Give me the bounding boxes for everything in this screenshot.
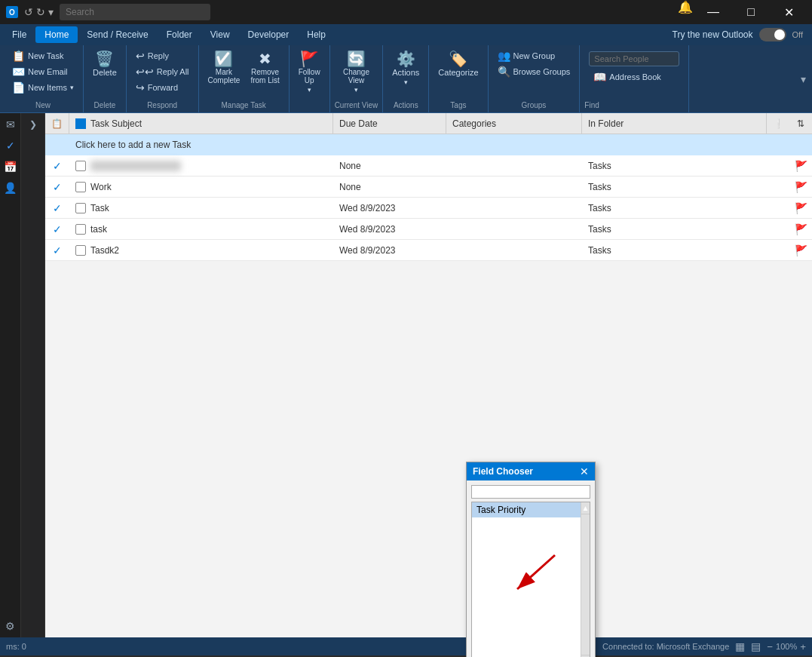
th-categories-label: Categories (452, 118, 496, 129)
task-infolder-5: Tasks (582, 240, 789, 260)
dropdown-arrow[interactable]: ▾ (48, 6, 54, 18)
address-book-button[interactable]: 📖 Address Book (589, 69, 679, 84)
th-duedate[interactable]: Due Date (333, 113, 446, 134)
task-checkbox-2[interactable] (75, 182, 86, 192)
menu-home[interactable]: Home (35, 26, 78, 43)
back-arrow[interactable]: ↺ (24, 6, 33, 18)
try-new-label: Try the new Outlook (673, 29, 753, 40)
nav-arrows: ↺ ↻ ▾ (24, 6, 54, 18)
actions-group-label: Actions (394, 100, 418, 109)
new-items-button[interactable]: 📄 New Items ▾ (8, 80, 78, 95)
maximize-button[interactable]: □ (734, 0, 768, 24)
task-row-icon-4: ✓ (53, 223, 62, 235)
new-group-button[interactable]: 👥 New Group (493, 48, 575, 63)
task-checkbox-1[interactable] (75, 161, 86, 171)
follow-up-icon: 🚩 (300, 51, 319, 66)
search-people-input[interactable] (589, 51, 679, 66)
reply-all-icon: ↩↩ (136, 66, 154, 78)
field-chooser-close-button[interactable]: ✕ (580, 465, 589, 477)
undo-arrow[interactable]: ↻ (36, 6, 45, 18)
follow-up-button[interactable]: 🚩 Follow Up ▾ (294, 48, 325, 97)
th-infolder[interactable]: In Folder (582, 113, 767, 134)
th-flag-col: ❕ (767, 113, 789, 134)
menu-view[interactable]: View (201, 26, 239, 43)
notification-icon[interactable]: 🔔 (678, 0, 693, 24)
ribbon-expand-button[interactable]: ▾ (798, 72, 809, 87)
list-item[interactable]: Task Priority (472, 502, 590, 517)
task-infolder-2: Tasks (582, 177, 789, 197)
close-button[interactable]: ✕ (771, 0, 806, 24)
menu-developer[interactable]: Developer (239, 26, 299, 43)
zoom-in-button[interactable]: + (800, 641, 806, 652)
title-search-input[interactable] (60, 4, 210, 20)
remove-from-list-button[interactable]: ✖ Remove from List (246, 48, 283, 87)
main-content: 📋 Task Subject Due Date Categories In Fo… (45, 113, 812, 637)
forward-button[interactable]: ↪ Forward (131, 80, 194, 95)
field-chooser-list[interactable]: Task Priority ▲ ▼ (471, 502, 590, 657)
task-subject-5: Tasdk2 (90, 245, 119, 256)
nav-tasks-icon[interactable]: ✓ (2, 137, 19, 154)
new-outlook-toggle[interactable] (759, 28, 786, 41)
task-checkbox-5[interactable] (75, 245, 86, 256)
ribbon-group-follow-up: 🚩 Follow Up ▾ (290, 45, 330, 112)
browse-groups-button[interactable]: 🔍 Browse Groups (493, 64, 575, 79)
task-infolder-4: Tasks (582, 219, 789, 239)
nav-settings-icon[interactable]: ⚙ (2, 618, 19, 634)
reply-button[interactable]: ↩ Reply (131, 48, 194, 63)
follow-up-arrow: ▾ (308, 86, 311, 94)
minimize-button[interactable]: — (696, 0, 731, 24)
nav-people-icon[interactable]: 👤 (2, 180, 19, 196)
field-chooser-dropdown[interactable]: User-defined fields in folder ▾ (471, 485, 590, 499)
reply-all-button[interactable]: ↩↩ Reply All (131, 64, 194, 79)
dropdown-arrow-icon: ▾ (583, 488, 587, 496)
app-icon: O (6, 6, 18, 18)
zoom-out-button[interactable]: − (767, 641, 773, 652)
table-row[interactable]: ✓ Task Wed 8/9/2023 Tasks 🚩 (45, 198, 812, 219)
folder-toggle[interactable]: ❯ (29, 119, 37, 130)
flag-icon-5: 🚩 (795, 244, 807, 256)
status-items: ms: 0 (6, 642, 26, 651)
task-duedate-4: Wed 8/9/2023 (333, 219, 446, 239)
task-flag-3: 🚩 (789, 198, 812, 218)
add-task-row[interactable]: Click here to add a new Task (45, 134, 812, 155)
table-row[interactable]: ✓ task Wed 8/9/2023 Tasks 🚩 (45, 219, 812, 240)
change-view-button[interactable]: 🔄 Change View ▾ (339, 48, 374, 97)
task-row-icon-2: ✓ (53, 181, 62, 193)
new-items-label: New Items (28, 83, 67, 92)
th-subject[interactable]: Task Subject (69, 113, 333, 134)
nav-calendar-icon[interactable]: 📅 (2, 158, 19, 175)
new-col: 📋 New Task ✉️ New Email 📄 New Items ▾ (8, 48, 78, 95)
title-bar: O ↺ ↻ ▾ 🔔 — □ ✕ (0, 0, 812, 24)
actions-button[interactable]: ⚙️ Actions ▾ (388, 48, 424, 89)
menu-help[interactable]: Help (298, 26, 335, 43)
th-categories[interactable]: Categories (446, 113, 582, 134)
view-list-button[interactable]: ▤ (751, 640, 761, 652)
task-icon-cell-5: ✓ (45, 240, 69, 260)
mark-complete-button[interactable]: ☑️ Mark Complete (204, 48, 245, 87)
th-checkbox[interactable] (75, 118, 86, 129)
new-email-button[interactable]: ✉️ New Email (8, 64, 78, 79)
menu-folder[interactable]: Folder (158, 26, 201, 43)
scroll-up-button[interactable]: ▲ (581, 502, 590, 514)
th-sort-col: ⇅ (789, 113, 812, 134)
follow-up-group-label (308, 100, 311, 109)
remove-from-list-label: Remove from List (250, 68, 279, 84)
task-checkbox-4[interactable] (75, 224, 86, 235)
task-checkbox-3[interactable] (75, 203, 86, 213)
delete-button[interactable]: 🗑️ Delete (88, 48, 121, 80)
table-row[interactable]: ✓ Tasdk2 Wed 8/9/2023 Tasks 🚩 (45, 240, 812, 261)
menu-send-receive[interactable]: Send / Receive (78, 26, 157, 43)
arrow-annotation (502, 548, 562, 610)
menu-file[interactable]: File (3, 26, 35, 43)
reply-label: Reply (148, 51, 169, 60)
task-subject-cell-5: Tasdk2 (69, 240, 333, 260)
actions-label: Actions (392, 68, 419, 77)
table-row[interactable]: ✓ None Tasks 🚩 (45, 155, 812, 177)
new-task-button[interactable]: 📋 New Task (8, 48, 78, 63)
groups-buttons: 👥 New Group 🔍 Browse Groups (493, 48, 575, 100)
nav-mail-icon[interactable]: ✉ (2, 116, 19, 133)
ribbon-group-groups: 👥 New Group 🔍 Browse Groups Groups (489, 45, 581, 112)
table-row[interactable]: ✓ Work None Tasks 🚩 (45, 177, 812, 198)
categorize-button[interactable]: 🏷️ Categorize (434, 48, 483, 80)
view-normal-button[interactable]: ▦ (735, 640, 745, 652)
